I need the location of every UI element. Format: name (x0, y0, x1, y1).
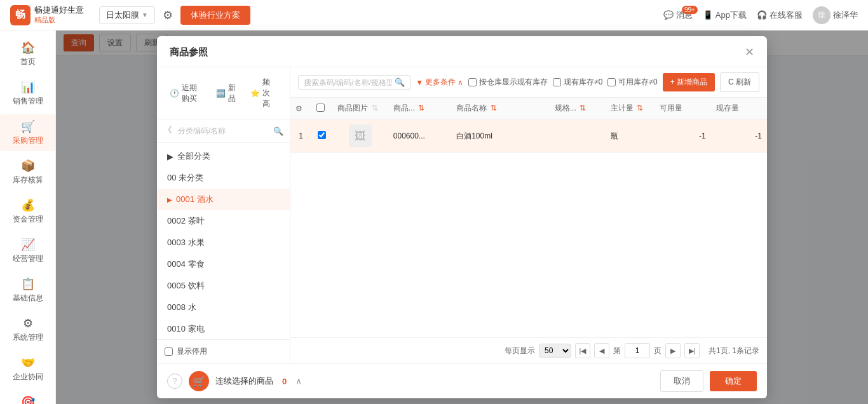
star-icon: ⭐ (250, 89, 260, 98)
prev-page-button[interactable]: ◀ (594, 343, 609, 358)
tab-label: 近期购买 (182, 83, 202, 104)
cat-0003[interactable]: 0003 水果 (157, 232, 290, 253)
cat-0008[interactable]: 0008 水 (157, 297, 290, 318)
add-product-button[interactable]: + 新增商品 (663, 73, 715, 91)
cat-0004[interactable]: 0004 零食 (157, 253, 290, 275)
first-page-button[interactable]: |◀ (575, 343, 590, 358)
cat-label: 0008 水 (167, 302, 196, 313)
refresh-product-button[interactable]: C 刷新 (720, 72, 759, 92)
sidebar-item-label: 销售管理 (13, 96, 43, 107)
product-reference-modal: 商品参照 ✕ 🕐 近期购买 🆕 (157, 36, 767, 398)
cat-label: 00 未分类 (167, 172, 203, 184)
available-stock-check[interactable]: 可用库存≠0 (607, 77, 657, 88)
sort-icon[interactable]: ⇅ (580, 104, 586, 112)
available-stock-checkbox[interactable] (607, 78, 616, 86)
product-search-input[interactable] (304, 78, 392, 87)
col-stock-header[interactable]: 现存量 (711, 98, 767, 119)
sort-icon[interactable]: ⇅ (491, 104, 497, 112)
message-button[interactable]: 💬 消息 99+ (663, 10, 693, 21)
cat-search-icon[interactable]: 🔍 (273, 126, 283, 136)
search-icon[interactable]: 🔍 (395, 77, 405, 87)
more-filter-button[interactable]: ▼ 更多条件 ∧ (416, 77, 463, 88)
warehouse-filter-check[interactable]: 按仓库显示现有库存 (468, 77, 548, 88)
sidebar-item-purchase[interactable]: 🛒 采购管理 (0, 114, 55, 151)
brand-select[interactable]: 日太阳膜 ▼ (99, 6, 155, 24)
clock-icon: 🕐 (170, 89, 179, 98)
product-table-body: 1 🖼 000600... 白酒100ml (290, 119, 767, 153)
next-page-button[interactable]: ▶ (665, 343, 681, 358)
sidebar-item-basic[interactable]: 📋 基础信息 (0, 272, 55, 309)
row-avail: -1 (654, 119, 710, 153)
page-number-input[interactable] (625, 343, 650, 358)
main-layout: 🏠 首页 📊 销售管理 🛒 采购管理 📦 库存核算 💰 资金管理 📈 经营管理 … (0, 30, 868, 404)
high-frequency-tab[interactable]: ⭐ 频次高 (245, 74, 282, 112)
cat-0001[interactable]: ▶ 0001 酒水 (157, 189, 290, 210)
col-settings[interactable]: ⚙ (290, 98, 311, 119)
category-search-input[interactable] (178, 126, 273, 135)
sidebar-item-inventory[interactable]: 📦 库存核算 (0, 154, 55, 191)
recent-purchase-tab[interactable]: 🕐 近期购买 (165, 74, 207, 112)
warehouse-checkbox[interactable] (468, 78, 477, 86)
cat-00[interactable]: 00 未分类 (157, 167, 290, 189)
sidebar-item-sales[interactable]: 📊 销售管理 (0, 75, 55, 112)
col-name-header[interactable]: 商品名称 ⇅ (451, 98, 550, 119)
col-code-header[interactable]: 商品... ⇅ (388, 98, 451, 119)
online-service-button[interactable]: 🎧 在线客服 (757, 10, 803, 21)
inventory-icon: 📦 (21, 159, 35, 173)
sort-icon[interactable]: ⇅ (418, 104, 424, 112)
sort-icon[interactable]: ⇅ (637, 104, 643, 112)
close-button[interactable]: ✕ (745, 45, 754, 59)
collapse-icon[interactable]: ∧ (295, 376, 302, 386)
row-checkbox-cell (311, 119, 332, 153)
gear-icon[interactable]: ⚙ (163, 8, 173, 22)
sidebar-item-operation[interactable]: 📈 经营管理 (0, 232, 55, 269)
col-image-header[interactable]: 商品图片 ⇅ (332, 98, 388, 119)
username: 徐泽华 (833, 10, 858, 21)
cat-0010[interactable]: 0010 家电 (157, 318, 290, 339)
product-toolbar: 🔍 ▼ 更多条件 ∧ 按仓库显示现有库存 (290, 67, 767, 98)
app-download-button[interactable]: 📱 App下载 (703, 10, 747, 21)
col-unit-header[interactable]: 主计量 ⇅ (606, 98, 654, 119)
cat-0002[interactable]: 0002 茶叶 (157, 210, 290, 232)
page-size-select[interactable]: 50 100 200 (539, 344, 571, 358)
existing-stock-checkbox[interactable] (553, 78, 561, 86)
show-disabled-checkbox[interactable] (165, 347, 173, 356)
phone-icon: 📱 (703, 10, 713, 20)
cat-label: 全部分类 (177, 151, 210, 162)
collapse-icon[interactable]: 《 (163, 125, 174, 137)
cat-label: 0003 水果 (167, 237, 205, 248)
modal-overlay: 商品参照 ✕ 🕐 近期购买 🆕 (56, 30, 868, 404)
quick-tabs: 🕐 近期购买 🆕 新品 ⭐ 频次高 (157, 67, 290, 119)
col-avail-header[interactable]: 可用量 (654, 98, 710, 119)
sort-icon[interactable]: ⇅ (372, 104, 378, 112)
col-spec-header[interactable]: 规格... ⇅ (550, 98, 606, 119)
sidebar-item-finance[interactable]: 💰 资金管理 (0, 193, 55, 230)
sidebar-item-system[interactable]: ⚙ 系统管理 (0, 311, 55, 348)
user-menu[interactable]: 徐 徐泽华 (813, 6, 858, 24)
cat-0005[interactable]: 0005 饮料 (157, 275, 290, 297)
row-checkbox[interactable] (318, 131, 326, 139)
page-size-label: 每页显示 (505, 346, 535, 356)
table-row[interactable]: 1 🖼 000600... 白酒100ml (290, 119, 767, 153)
sidebar-item-guide[interactable]: 🎯 新手引导 (0, 390, 55, 404)
show-disabled-label[interactable]: 显示停用 (177, 346, 207, 357)
help-icon[interactable]: ? (167, 374, 182, 389)
sidebar-item-label: 首页 (20, 57, 36, 67)
cancel-button[interactable]: 取消 (660, 370, 703, 392)
logo-area: 畅 畅捷通好生意 精品版 (10, 5, 84, 25)
experience-button[interactable]: 体验行业方案 (180, 6, 250, 25)
confirm-button[interactable]: 确定 (710, 371, 757, 391)
sidebar-item-home[interactable]: 🏠 首页 (0, 36, 55, 72)
product-search-box: 🔍 (298, 75, 410, 90)
existing-stock-check[interactable]: 现有库存≠0 (553, 77, 602, 88)
new-product-tab[interactable]: 🆕 新品 (211, 74, 242, 112)
cat-label: 0001 酒水 (176, 194, 214, 205)
purchase-icon: 🛒 (21, 119, 35, 133)
cart-icon[interactable]: 🛒 (189, 371, 209, 391)
warehouse-label: 按仓库显示现有库存 (479, 77, 548, 88)
cat-all[interactable]: ▶ 全部分类 (157, 145, 290, 167)
sidebar-item-enterprise[interactable]: 🤝 企业协同 (0, 351, 55, 387)
sidebar-item-label: 库存核算 (13, 175, 43, 185)
last-page-button[interactable]: ▶| (684, 343, 700, 358)
select-all-checkbox[interactable] (316, 104, 325, 112)
